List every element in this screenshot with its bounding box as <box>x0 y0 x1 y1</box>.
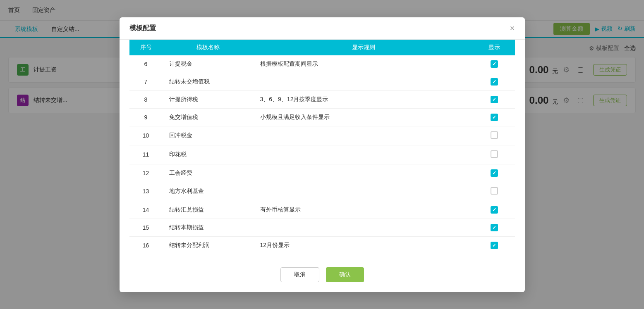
table-header: 序号 模板名称 显示规则 显示 <box>129 40 515 55</box>
display-checkbox[interactable] <box>491 60 498 68</box>
row-rule <box>254 164 474 182</box>
row-name: 结转汇兑损益 <box>163 201 254 219</box>
display-checkbox[interactable] <box>491 114 498 121</box>
row-name: 地方水利基金 <box>163 182 254 201</box>
row-name: 印花税 <box>163 145 254 164</box>
row-rule: 根据模板配置期间显示 <box>254 55 474 73</box>
row-index: 13 <box>129 182 163 201</box>
row-index: 11 <box>129 145 163 164</box>
table-row: 16结转未分配利润12月份显示 <box>129 236 515 254</box>
modal-header: 模板配置 × <box>120 17 525 40</box>
display-checkbox[interactable] <box>491 169 498 177</box>
display-checkbox[interactable] <box>491 187 498 195</box>
cancel-button[interactable]: 取消 <box>280 267 319 282</box>
row-display <box>474 145 515 164</box>
row-display <box>474 201 515 219</box>
table-row: 15结转本期损益 <box>129 219 515 236</box>
display-checkbox[interactable] <box>491 224 498 231</box>
table-row: 8计提所得税3、6、9、12月按季度显示 <box>129 90 515 108</box>
display-checkbox[interactable] <box>491 206 498 214</box>
row-index: 7 <box>129 73 163 90</box>
row-name: 免交增值税 <box>163 108 254 126</box>
display-checkbox[interactable] <box>491 96 498 103</box>
row-display <box>474 236 515 254</box>
row-rule <box>254 126 474 145</box>
row-display <box>474 55 515 73</box>
display-checkbox[interactable] <box>491 242 498 249</box>
modal-close-button[interactable]: × <box>510 24 515 32</box>
row-name: 回冲税金 <box>163 126 254 145</box>
table-row: 9免交增值税小规模且满足收入条件显示 <box>129 108 515 126</box>
table-row: 13地方水利基金 <box>129 182 515 201</box>
row-rule: 小规模且满足收入条件显示 <box>254 108 474 126</box>
table-row: 11印花税 <box>129 145 515 164</box>
row-display <box>474 73 515 90</box>
table-row: 7结转未交增值税 <box>129 73 515 90</box>
table-row: 12工会经费 <box>129 164 515 182</box>
confirm-button[interactable]: 确认 <box>326 267 364 282</box>
col-header-index: 序号 <box>129 40 163 55</box>
row-index: 6 <box>129 55 163 73</box>
row-index: 16 <box>129 236 163 254</box>
col-header-name: 模板名称 <box>163 40 254 55</box>
row-name: 计提税金 <box>163 55 254 73</box>
row-rule <box>254 73 474 90</box>
modal-overlay: 模板配置 × 序号 模板名称 显示规则 显示 6计提税金根据模板配置期间显示7结… <box>0 0 644 309</box>
row-index: 8 <box>129 90 163 108</box>
row-index: 9 <box>129 108 163 126</box>
row-display <box>474 219 515 236</box>
row-name: 结转未交增值税 <box>163 73 254 90</box>
row-rule: 12月份显示 <box>254 236 474 254</box>
row-display <box>474 182 515 201</box>
table-row: 10回冲税金 <box>129 126 515 145</box>
row-display <box>474 90 515 108</box>
col-header-display: 显示 <box>474 40 515 55</box>
row-rule: 有外币核算显示 <box>254 201 474 219</box>
row-name: 结转本期损益 <box>163 219 254 236</box>
row-index: 10 <box>129 126 163 145</box>
row-index: 15 <box>129 219 163 236</box>
config-table: 序号 模板名称 显示规则 显示 6计提税金根据模板配置期间显示7结转未交增值税8… <box>129 40 515 254</box>
col-header-rule: 显示规则 <box>254 40 474 55</box>
row-index: 12 <box>129 164 163 182</box>
row-display <box>474 164 515 182</box>
row-rule <box>254 145 474 164</box>
row-display <box>474 108 515 126</box>
display-checkbox[interactable] <box>491 150 498 158</box>
display-checkbox[interactable] <box>491 131 498 139</box>
row-name: 结转未分配利润 <box>163 236 254 254</box>
modal-title: 模板配置 <box>129 24 156 33</box>
table-row: 6计提税金根据模板配置期间显示 <box>129 55 515 73</box>
modal-footer: 取消 确认 <box>120 261 525 292</box>
row-name: 计提所得税 <box>163 90 254 108</box>
row-name: 工会经费 <box>163 164 254 182</box>
row-rule <box>254 219 474 236</box>
modal-template-config: 模板配置 × 序号 模板名称 显示规则 显示 6计提税金根据模板配置期间显示7结… <box>120 17 525 292</box>
row-index: 14 <box>129 201 163 219</box>
table-body: 6计提税金根据模板配置期间显示7结转未交增值税8计提所得税3、6、9、12月按季… <box>129 55 515 254</box>
row-display <box>474 126 515 145</box>
row-rule: 3、6、9、12月按季度显示 <box>254 90 474 108</box>
row-rule <box>254 182 474 201</box>
modal-body: 序号 模板名称 显示规则 显示 6计提税金根据模板配置期间显示7结转未交增值税8… <box>120 40 525 261</box>
display-checkbox[interactable] <box>491 78 498 86</box>
table-row: 14结转汇兑损益有外币核算显示 <box>129 201 515 219</box>
